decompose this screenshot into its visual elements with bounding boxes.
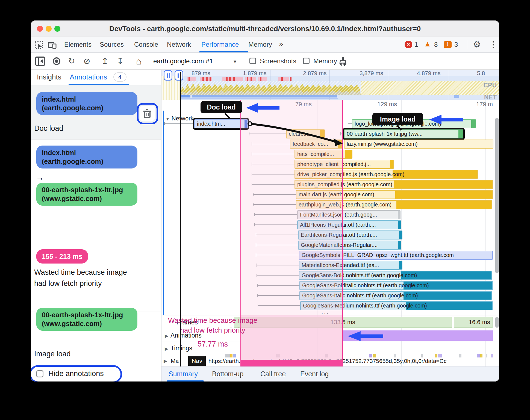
- toggle-sidebar-icon[interactable]: [35, 57, 45, 66]
- main-track-expand[interactable]: ▶: [164, 358, 169, 364]
- overview-dim-hatch: [181, 81, 499, 95]
- inspect-icon[interactable]: [35, 41, 44, 49]
- annotation-link-arrow: →: [36, 173, 44, 182]
- devtools-tabbar: Elements Sources Console Network Perform…: [31, 37, 499, 53]
- overview-tick-label: 2,879 ms: [303, 70, 326, 76]
- image-load-callout: Image load: [372, 113, 423, 125]
- overview-tick-label: 3,879 ms: [360, 70, 383, 76]
- window-title: DevTools - earth.google.com/static/multi…: [31, 25, 499, 33]
- window-right-handle[interactable]: [175, 70, 183, 81]
- window-boundary-line: [180, 100, 181, 366]
- screenshot-canvas: DevTools - earth.google.com/static/multi…: [0, 0, 530, 420]
- annotation-caption: Image load: [34, 350, 71, 358]
- timeline-main: 879 ms1,879 ms2,879 ms3,879 ms4,879 ms5,…: [161, 70, 499, 381]
- annotation-caption: Doc load: [34, 124, 63, 133]
- annotation-pill-index[interactable]: index.html (earth.google.com): [36, 146, 137, 168]
- window-boundary-line[interactable]: [180, 72, 181, 100]
- tab-bottom-up[interactable]: Bottom-up: [212, 370, 243, 378]
- request-label: lazy.min.js (www.gstatic.com): [344, 141, 418, 147]
- error-count[interactable]: 1: [414, 41, 418, 48]
- annotation-overlay-label: Wasted time because image had low fetch …: [161, 315, 264, 335]
- tab-event-log[interactable]: Event log: [300, 370, 329, 378]
- issues-count[interactable]: 3: [454, 41, 458, 48]
- hide-annotations-checkbox[interactable]: [36, 370, 43, 377]
- main-track-label: Ma: [171, 358, 179, 364]
- target-selector[interactable]: earth.google.com #1: [153, 57, 213, 65]
- annotation-overlay-duration: 57.77 ms: [161, 340, 264, 348]
- warning-icon[interactable]: ▲: [424, 40, 431, 48]
- tab-elements[interactable]: Elements: [64, 41, 92, 48]
- active-tab-underline: [199, 51, 248, 52]
- cpu-strip-label: CPU: [483, 82, 497, 89]
- tab-insights[interactable]: Insights: [37, 73, 61, 81]
- tab-memory[interactable]: Memory: [248, 41, 272, 48]
- home-icon[interactable]: ⌂: [134, 56, 144, 66]
- annotation-overlay-range-bar: [240, 360, 343, 366]
- collapse-triangle-icon[interactable]: ▼: [165, 116, 170, 122]
- tab-sources[interactable]: Sources: [100, 41, 124, 48]
- timeline-overview[interactable]: 879 ms1,879 ms2,879 ms3,879 ms4,879 ms5,…: [161, 70, 499, 100]
- devtools-window: DevTools - earth.google.com/static/multi…: [31, 20, 499, 381]
- target-dropdown-icon[interactable]: ▾: [234, 58, 236, 65]
- details-active-tab-underline: [167, 380, 204, 381]
- performance-toolbar: ↻ ⊘ ↥ ↧ ⌂ earth.google.com #1 ▾ Screensh…: [31, 53, 499, 70]
- network-track-header[interactable]: ▼Network: [165, 115, 194, 122]
- net-strip-label: NET: [484, 94, 497, 100]
- hide-annotations-label: Hide annotations: [48, 369, 104, 378]
- window-left-handle[interactable]: [164, 70, 172, 81]
- download-profile-icon[interactable]: ↧: [115, 56, 125, 66]
- tab-console[interactable]: Console: [134, 41, 158, 48]
- tab-summary[interactable]: Summary: [169, 370, 198, 378]
- nav-badge: Nav: [188, 356, 206, 366]
- delete-annotation-button[interactable]: [140, 106, 155, 121]
- overview-ruler: [161, 70, 499, 76]
- tab-call-tree[interactable]: Call tree: [260, 370, 286, 378]
- reload-record-icon[interactable]: ↻: [66, 56, 77, 66]
- frames-scrollbar[interactable]: [495, 317, 499, 328]
- network-track-accent: [163, 111, 164, 315]
- memory-label: Memory: [313, 57, 337, 65]
- titlebar: DevTools - earth.google.com/static/multi…: [31, 20, 499, 37]
- annotations-sidebar: Insights Annotations 4 index.html (earth…: [31, 70, 161, 381]
- annotation-pill-range[interactable]: 155 - 213 ms: [36, 249, 88, 264]
- screenshots-label: Screenshots: [260, 57, 296, 65]
- error-badge-icon[interactable]: ×: [405, 41, 412, 48]
- net-activity-strip: [161, 95, 499, 100]
- upload-profile-icon[interactable]: ↥: [100, 56, 110, 66]
- annotation-pill-index[interactable]: index.html (earth.google.com): [36, 92, 137, 115]
- tab-performance[interactable]: Performance: [201, 41, 239, 48]
- sidebar-tabs: Insights Annotations 4: [31, 70, 161, 85]
- annotations-count-badge: 4: [113, 72, 126, 82]
- request-whisker: [348, 123, 352, 124]
- issues-icon[interactable]: !: [444, 41, 452, 48]
- memory-checkbox[interactable]: [303, 58, 310, 64]
- request-whisker: [164, 123, 194, 124]
- frame-duration-bar[interactable]: 16.6 ms: [454, 317, 493, 328]
- record-button[interactable]: [53, 57, 60, 65]
- annotation-caption: Wasted time because image had low fetch …: [34, 267, 132, 289]
- tab-annotations[interactable]: Annotations: [70, 73, 107, 81]
- expand-triangle-icon[interactable]: ▶: [164, 359, 167, 364]
- network-request-bar[interactable]: 00-earth-splash-1x-ltr.jpg (ww...: [344, 129, 463, 138]
- network-request-bar[interactable]: index.htm...: [194, 119, 248, 128]
- kebab-menu-icon[interactable]: ⋮: [489, 40, 497, 49]
- overview-tick-label: 4,879 ms: [417, 70, 440, 76]
- more-tabs-icon[interactable]: »: [279, 40, 283, 48]
- request-label: 00-earth-splash-1x-ltr.jpg (ww...: [344, 131, 423, 137]
- divider: [60, 40, 60, 49]
- clear-icon[interactable]: ⊘: [82, 56, 92, 66]
- garbage-collect-icon[interactable]: [338, 57, 348, 66]
- tab-network[interactable]: Network: [167, 41, 191, 48]
- annotation-pill-image[interactable]: 00-earth-splash-1x-ltr.jpg (www.gstatic.…: [36, 308, 137, 331]
- screenshots-checkbox[interactable]: [249, 58, 256, 64]
- overview-tick-label: 1,879 ms: [243, 70, 266, 76]
- annotation-pill-image[interactable]: 00-earth-splash-1x-ltr.jpg (www.gstatic.…: [36, 183, 137, 206]
- details-tabbar: Summary Bottom-up Call tree Event log: [161, 366, 499, 381]
- overview-tick-label: 879 ms: [192, 70, 210, 76]
- device-toolbar-icon[interactable]: [47, 41, 57, 49]
- settings-gear-icon[interactable]: ⚙: [473, 39, 481, 49]
- network-scrollbar[interactable]: [495, 118, 499, 273]
- network-request-bar[interactable]: lazy.min.js (www.gstatic.com): [344, 140, 493, 149]
- timeline-tracks: 79 ms129 ms179 m ▼Network index.htm...lo…: [161, 100, 499, 366]
- warning-count[interactable]: 8: [434, 41, 438, 48]
